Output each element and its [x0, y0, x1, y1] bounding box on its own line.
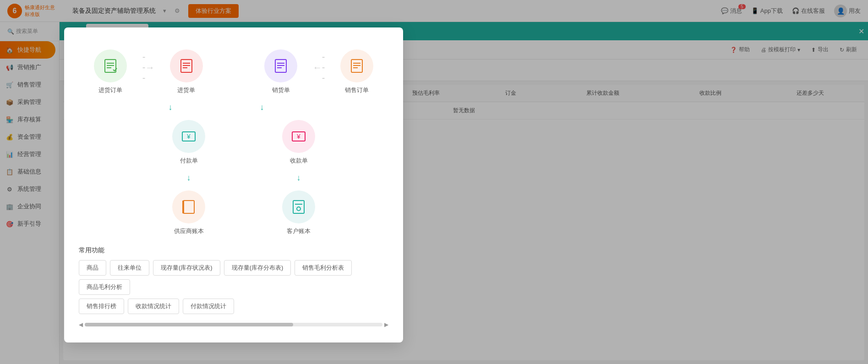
flow-node-purchase-order[interactable]: 进货订单: [79, 42, 142, 102]
payment-icon: ¥: [172, 120, 205, 153]
sales-bill-label: 销货单: [272, 86, 290, 94]
receipt-label: 收款单: [290, 157, 308, 165]
quick-nav-modal: 进货订单 - - -→: [64, 27, 403, 342]
arrow-down-payment: ↓: [152, 102, 189, 113]
flow-node-supplier-ledger[interactable]: 供应商账本: [152, 183, 225, 243]
func-btn-payment-stats[interactable]: 付款情况统计: [183, 299, 234, 314]
purchase-order-icon: [94, 49, 127, 82]
main-area: 🔍 搜索菜单 🏠 快捷导航 📢 营销推广 🛒 销售管理 📦 采购管理: [0, 22, 868, 364]
svg-text:¥: ¥: [186, 133, 191, 140]
svg-rect-20: [183, 201, 194, 213]
common-functions: 常用功能 商品 往来单位 现存量(库存状况表) 现存量(库存分布表) 销售毛利分…: [79, 246, 388, 314]
function-buttons-row2: 销售排行榜 收款情况统计 付款情况统计: [79, 299, 388, 314]
arrow-down-receipt: ↓: [225, 102, 299, 113]
content-area: 首页 销售订单执行表 × ✕ ❓ 帮助 🖨: [60, 22, 868, 364]
purchase-order-label: 进货订单: [98, 86, 122, 94]
purchase-bill-label: 进货单: [177, 86, 195, 94]
purchase-bill-icon: [170, 49, 203, 82]
flow-node-sales-bill[interactable]: 销货单: [249, 42, 313, 102]
scroll-right-icon[interactable]: ▶: [384, 321, 388, 328]
func-btn-product-margin[interactable]: 商品毛利分析: [79, 279, 130, 295]
flow-row-2: ¥ 付款单 ¥: [79, 113, 388, 172]
customer-ledger-label: 客户账本: [287, 227, 311, 235]
flow-node-payment[interactable]: ¥ 付款单: [152, 113, 225, 172]
sales-order-label: 销售订单: [345, 86, 369, 94]
customer-ledger-icon: [282, 190, 315, 223]
flow-node-customer-ledger[interactable]: 客户账本: [262, 183, 335, 243]
flow-node-purchase-bill[interactable]: 进货单: [154, 42, 218, 102]
svg-rect-21: [182, 201, 184, 213]
scrollbar-track[interactable]: [85, 323, 382, 326]
func-btn-sales-rank[interactable]: 销售排行榜: [79, 299, 124, 314]
arrow-down-supplier: ↓: [152, 172, 225, 183]
func-btn-partner[interactable]: 往来单位: [110, 260, 149, 276]
payment-label: 付款单: [180, 157, 198, 165]
scrollbar-thumb: [85, 323, 293, 326]
arrow-right-1: - - -→: [142, 52, 155, 92]
app-container: 6 畅康通好生意 标准版 装备及固定资产辅助管理系统 ▾ ⚙ 体验行业方案 💬 …: [0, 0, 868, 364]
receipt-icon: ¥: [282, 120, 315, 153]
sales-order-icon: [340, 49, 373, 82]
function-buttons: 商品 往来单位 现存量(库存状况表) 现存量(库存分布表) 销售毛利分析表 商品…: [79, 260, 388, 295]
flow-node-receipt[interactable]: ¥ 收款单: [262, 113, 335, 172]
flow-row-1: 进货订单 - - -→: [79, 42, 388, 102]
supplier-ledger-label: 供应商账本: [174, 227, 204, 235]
flow-arrows-down: ↓ ↓: [79, 102, 388, 113]
scroll-left-icon[interactable]: ◀: [79, 321, 83, 328]
common-functions-title: 常用功能: [79, 246, 388, 255]
flow-row-3: 供应商账本: [79, 183, 388, 243]
func-btn-stock-status[interactable]: 现存量(库存状况表): [153, 260, 220, 276]
modal-scrollbar-area: ◀ ▶: [79, 321, 388, 328]
func-btn-sales-margin[interactable]: 销售毛利分析表: [295, 260, 352, 276]
func-btn-product[interactable]: 商品: [79, 260, 106, 276]
func-btn-stock-dist[interactable]: 现存量(库存分布表): [224, 260, 291, 276]
flow-arrows-down-2: ↓ ↓: [79, 172, 388, 183]
svg-point-24: [297, 207, 300, 211]
sales-bill-icon: [264, 49, 297, 82]
flow-node-sales-order[interactable]: 销售订单: [325, 42, 388, 102]
supplier-ledger-icon: [172, 190, 205, 223]
arrow-left-1: ←- - -: [313, 52, 325, 92]
arrow-down-customer: ↓: [262, 172, 335, 183]
flow-diagram: 进货订单 - - -→: [79, 42, 388, 243]
modal-overlay: 进货订单 - - -→: [60, 22, 868, 364]
svg-text:¥: ¥: [296, 133, 300, 140]
func-btn-receipt-stats[interactable]: 收款情况统计: [128, 299, 179, 314]
